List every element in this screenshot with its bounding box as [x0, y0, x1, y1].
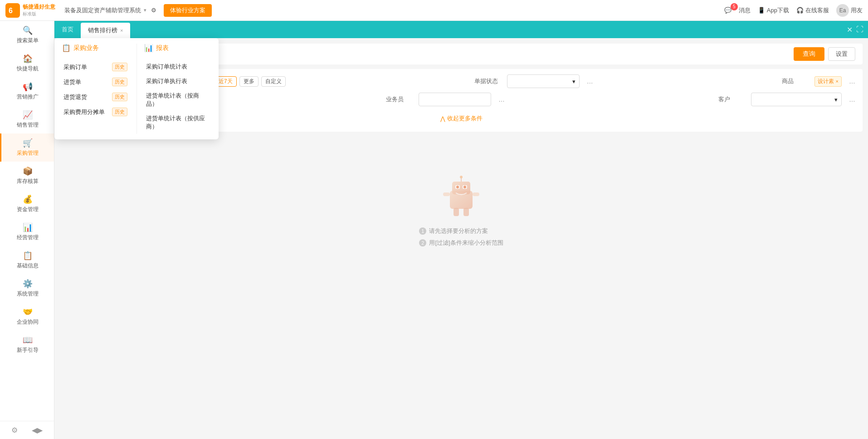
svg-rect-10 [463, 208, 469, 216]
svg-point-5 [456, 186, 459, 188]
salesman-more-icon[interactable]: … [498, 96, 505, 103]
empty-illustration [439, 173, 484, 218]
select-arrow-icon: ▾ [572, 78, 575, 85]
report-col-icon: 📊 [144, 44, 153, 52]
purchase-col-icon: 📋 [62, 44, 71, 52]
empty-tips: 1 请先选择要分析的方案 2 用[过滤]条件来缩小分析范围 [419, 225, 503, 249]
customer-select[interactable]: ▾ [751, 93, 842, 106]
dropdown-col-report: 📊 报表 采购订单统计表 采购订单执行表 进货单统计表（按商品） 进货单统计表（… [137, 44, 219, 134]
collapse-up-icon: ⋀ [440, 115, 445, 122]
dropdown-item-goods-return[interactable]: 进货退货 历史 [62, 89, 129, 104]
avatar: Ea [836, 4, 849, 17]
action-buttons: 查询 设置 [794, 47, 855, 61]
sidebar-item-basic-info[interactable]: 📋 基础信息 [0, 246, 54, 274]
svg-text:6: 6 [9, 7, 13, 15]
svg-rect-2 [452, 182, 470, 194]
svg-rect-8 [473, 192, 479, 196]
salesman-select[interactable] [419, 93, 491, 106]
maximize-icon[interactable]: ⛶ [856, 25, 863, 34]
quick-custom-btn[interactable]: 自定义 [261, 76, 286, 87]
status-more-icon[interactable]: … [587, 78, 593, 85]
customer-label: 客户 [718, 95, 746, 104]
app-download-item[interactable]: 📱 App下载 [758, 6, 789, 15]
tab-sales-rank[interactable]: 销售排行榜 × [81, 23, 130, 38]
quick-more-btn[interactable]: 更多 [239, 76, 258, 87]
box-icon: 📦 [23, 166, 33, 176]
sidebar-item-system[interactable]: ⚙️ 系统管理 [0, 274, 54, 302]
home-icon: 🏠 [23, 54, 33, 64]
search-button[interactable]: 查询 [794, 47, 824, 61]
empty-tip-1: 1 请先选择要分析的方案 [419, 225, 503, 237]
sidebar-item-quick-nav[interactable]: 🏠 快捷导航 [0, 49, 54, 77]
customer-arrow-icon: ▾ [834, 96, 838, 103]
sidebar-item-purchase[interactable]: 🛒 采购管理 [0, 133, 54, 162]
sidebar-item-inventory[interactable]: 📦 库存核算 [0, 162, 54, 190]
message-item[interactable]: 💬 5 消息 [724, 6, 751, 15]
user-item[interactable]: Ea 用友 [836, 4, 863, 17]
hist-badge-0[interactable]: 历史 [112, 63, 127, 71]
svg-point-6 [463, 186, 466, 188]
status-select[interactable]: ▾ [507, 74, 580, 88]
search-icon: 🔍 [23, 25, 33, 35]
tab-bar: 首页 销售排行榜 × ✕ ⛶ [54, 21, 868, 38]
dropdown-item-purchase-order[interactable]: 采购订单 历史 [62, 59, 129, 74]
hist-badge-1[interactable]: 历史 [112, 78, 127, 86]
system-title: 装备及固定资产辅助管理系统 ▾ ⚙ 体验行业方案 [64, 4, 724, 17]
sidebar-item-enterprise[interactable]: 🤝 企业协同 [0, 302, 54, 330]
quick-date-btns: 近7天 更多 自定义 [215, 76, 286, 87]
online-service-item[interactable]: 🎧 在线客服 [796, 6, 829, 15]
phone-icon: 📱 [758, 7, 765, 14]
tab-bar-right: ✕ ⛶ [847, 21, 868, 38]
setting-button[interactable]: 设置 [828, 47, 855, 61]
svg-rect-9 [454, 208, 459, 216]
dropdown-item-report-4[interactable]: 进货单统计表（按供应商） [144, 111, 212, 134]
sidebar-item-finance[interactable]: 💰 资金管理 [0, 190, 54, 218]
dropdown-menu: 📋 采购业务 采购订单 历史 进货单 历史 进货退货 历史 采购费用分摊单 历史… [54, 38, 219, 139]
handshake-icon: 🤝 [23, 307, 33, 317]
settings-icon: ⚙️ [23, 279, 33, 289]
hist-badge-2[interactable]: 历史 [112, 93, 127, 101]
sidebar-item-sales[interactable]: 📈 销售管理 [0, 105, 54, 133]
sidebar-item-operation[interactable]: 📊 经营管理 [0, 218, 54, 246]
hist-badge-3[interactable]: 历史 [112, 108, 127, 116]
status-label: 单据状态 [474, 77, 502, 85]
dropdown-item-report-2[interactable]: 采购订单执行表 [144, 74, 212, 89]
chart-icon: 📈 [23, 110, 33, 120]
dropdown-col2-title: 📊 报表 [144, 44, 212, 55]
industry-btn[interactable]: 体验行业方案 [164, 4, 212, 17]
tab-home[interactable]: 首页 [54, 21, 81, 38]
dropdown-item-goods-receipt[interactable]: 进货单 历史 [62, 74, 129, 89]
book-icon: 📖 [23, 335, 33, 345]
bar-chart-icon: 📊 [23, 222, 33, 232]
salesman-label: 业务员 [386, 95, 413, 104]
gear-icon[interactable]: ⚙ [151, 7, 156, 14]
sidebar-item-guide[interactable]: 📖 新手引导 [0, 330, 54, 359]
goods-tag: 设计素 × [814, 76, 842, 87]
empty-tip-2: 2 用[过滤]条件来缩小分析范围 [419, 237, 503, 249]
dropdown-item-purchase-expense[interactable]: 采购费用分摊单 历史 [62, 104, 129, 119]
money-icon: 💰 [23, 194, 33, 204]
collapse-sidebar-icon[interactable]: ◀▶ [32, 426, 43, 434]
goods-more-icon[interactable]: … [849, 78, 855, 85]
top-bar: 6 畅捷通好生意 标准版 装备及固定资产辅助管理系统 ▾ ⚙ 体验行业方案 💬 … [0, 0, 868, 21]
dropdown-item-report-3[interactable]: 进货单统计表（按商品） [144, 89, 212, 111]
sidebar-bottom: ⚙ ◀▶ [0, 421, 54, 439]
empty-state: 1 请先选择要分析的方案 2 用[过滤]条件来缩小分析范围 [60, 136, 863, 285]
svg-point-12 [460, 176, 463, 178]
settings-bottom-icon[interactable]: ⚙ [11, 426, 18, 434]
sidebar-item-search[interactable]: 🔍 搜索菜单 [0, 21, 54, 49]
headset-icon: 🎧 [796, 7, 804, 14]
tab-close-icon[interactable]: × [120, 28, 123, 33]
dropdown-arrow-icon[interactable]: ▾ [144, 7, 146, 13]
dropdown-col1-title: 📋 采购业务 [62, 44, 129, 55]
customer-more-icon[interactable]: … [849, 96, 855, 103]
dropdown-item-report-1[interactable]: 采购订单统计表 [144, 59, 212, 74]
shopping-icon: 🛒 [23, 138, 33, 148]
svg-rect-7 [443, 192, 450, 196]
goods-tag-remove[interactable]: × [836, 79, 839, 84]
collapse-btn[interactable]: ⋀ 收起更多条件 [437, 111, 486, 126]
sidebar-item-marketing[interactable]: 📢 营销推广 [0, 77, 54, 105]
dropdown-col-purchase: 📋 采购业务 采购订单 历史 进货单 历史 进货退货 历史 采购费用分摊单 历史 [54, 44, 137, 134]
top-bar-right: 💬 5 消息 📱 App下载 🎧 在线客服 Ea 用友 [724, 4, 863, 17]
close-window-icon[interactable]: ✕ [847, 25, 853, 34]
